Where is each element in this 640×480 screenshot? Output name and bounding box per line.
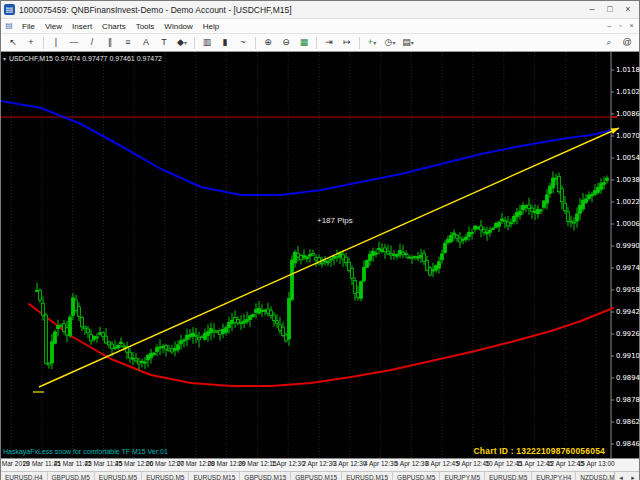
fibonacci-button[interactable]: ≡ <box>120 35 137 51</box>
one-click-trading-icon[interactable]: ▾ <box>3 55 6 62</box>
tab-eurjpy-m5[interactable]: EURJPY,M5 <box>440 472 485 480</box>
indicator-watermark: HaskayaFxLess snow for comfortable TF M1… <box>3 448 168 455</box>
candlestick-chart-button[interactable]: ▮ <box>217 35 234 51</box>
tab-nav: ◂▸ <box>614 472 639 480</box>
pips-annotation[interactable]: +187 Pips <box>317 216 353 225</box>
child-restore-button[interactable]: ▫ <box>615 21 626 32</box>
tab-gbpusd-m15[interactable]: GBPUSD,M15 <box>240 472 291 480</box>
chart-tabs: EURUSD,H4GBPUSD,M5EURUSD,M5EURUSD,M5EURU… <box>1 472 614 480</box>
text-button[interactable]: A <box>138 35 155 51</box>
chart-area: 1.011801.010201.008601.007001.005401.003… <box>1 52 639 458</box>
toolbar-separator <box>194 37 195 49</box>
menu-charts[interactable]: Charts <box>97 20 131 33</box>
line-chart-button[interactable]: ~ <box>235 35 252 51</box>
tab-eurusd-m5[interactable]: EURUSD,M5 <box>142 472 189 480</box>
periods-button[interactable]: ◷▾ <box>382 35 399 51</box>
time-axis[interactable]: 19 Mar 201920 Mar 11:4521 Mar 11:4522 Ma… <box>1 458 639 471</box>
lower-band-line <box>29 304 613 386</box>
menu-window[interactable]: Window <box>159 20 197 33</box>
window-controls: –□× <box>584 3 636 16</box>
time-label: 8 Apr 12:45 <box>426 460 459 467</box>
upper-band-line <box>1 101 613 195</box>
app-icon: ▤ <box>4 4 15 15</box>
zoom-in-button[interactable]: ⊕ <box>260 35 277 51</box>
tab-gbpusd-m15[interactable]: GBPUSD,M15 <box>291 472 342 480</box>
time-label: 3 Apr 12:30 <box>333 460 366 467</box>
menu-bar: ▤ FileViewInsertChartsToolsWindowHelp –▫… <box>1 19 639 34</box>
minimize-button[interactable]: – <box>584 3 600 16</box>
tab-eurusd-h4[interactable]: EURUSD,H4 <box>1 472 48 480</box>
menu-view[interactable]: View <box>40 20 67 33</box>
tab-eurusd-m15[interactable]: EURUSD,M15 <box>189 472 240 480</box>
chevron-down-icon: ▾ <box>184 40 187 46</box>
chart-canvas[interactable]: 1.011801.010201.008601.007001.005401.003… <box>1 52 640 458</box>
time-label: 4 Apr 12:30 <box>364 460 397 467</box>
price-axis[interactable] <box>610 52 639 458</box>
equidistant-channel-button[interactable]: ∥ <box>102 35 119 51</box>
toolbar-separator <box>316 37 317 49</box>
menu-insert[interactable]: Insert <box>67 20 97 33</box>
ohlc-label-row: ▾ USDCHF,M15 0.97474 0.97477 0.97461 0.9… <box>3 55 162 62</box>
community-icon[interactable]: @ <box>619 35 636 51</box>
menu-items: FileViewInsertChartsToolsWindowHelp <box>17 20 224 33</box>
chart-id-label: Chart ID : 132221098760056054 <box>473 446 605 456</box>
chevron-down-icon: ▾ <box>373 40 376 46</box>
bars-chart-button[interactable]: ▥ <box>199 35 216 51</box>
cursor-button[interactable]: ↖ <box>5 35 22 51</box>
toolbar-separator <box>255 37 256 49</box>
tab-gbpusd-m5[interactable]: GBPUSD,M5 <box>393 472 440 480</box>
arrows-button[interactable]: ◆▾ <box>174 35 191 51</box>
ohlc-label: USDCHF,M15 0.97474 0.97477 0.97461 0.974… <box>9 55 162 62</box>
tab-nzdusd-m5[interactable]: NZDUSD,M5 <box>576 472 614 480</box>
chart-shift-button[interactable]: ↦ <box>339 35 356 51</box>
zoom-out-button[interactable]: ⊖ <box>278 35 295 51</box>
chart-page-icon: ▤ <box>4 21 14 31</box>
tile-windows-button[interactable]: ▦ <box>296 35 313 51</box>
tab-eurusd-m5[interactable]: EURUSD,M5 <box>485 472 532 480</box>
trend-line-object[interactable] <box>39 128 619 387</box>
chevron-down-icon: ▾ <box>392 40 395 46</box>
tab-eurusd-m15[interactable]: EURUSD,M15 <box>342 472 393 480</box>
child-minimize-button[interactable]: – <box>604 21 615 32</box>
vertical-line-button[interactable]: | <box>48 35 65 51</box>
tab-eurusd-m5[interactable]: EURUSD,M5 <box>95 472 142 480</box>
chevron-down-icon: ▾ <box>411 40 414 46</box>
toolbar-right-buttons: ⌕@ <box>600 35 636 51</box>
search-icon[interactable]: ⌕ <box>601 35 618 51</box>
indicators-button[interactable]: +▾ <box>364 35 381 51</box>
child-window-controls: –▫× <box>604 21 637 32</box>
label-button[interactable]: T <box>156 35 173 51</box>
tab-gbpusd-m5[interactable]: GBPUSD,M5 <box>48 472 95 480</box>
time-label: 2 Apr 12:30 <box>302 460 335 467</box>
window-title: 1000075459: QNBFinansInvest-Demo - Demo … <box>19 5 584 15</box>
child-close-button[interactable]: × <box>626 21 637 32</box>
menu-help[interactable]: Help <box>198 20 224 33</box>
toolbar: ↖+|—/∥≡AT◆▾▥▮~⊕⊖▦⇥↦+▾◷▾▤▾ ⌕@ <box>1 34 639 52</box>
tabs-scroll-right[interactable]: ▸ <box>627 472 639 480</box>
close-button[interactable]: × <box>620 3 636 16</box>
menu-file[interactable]: File <box>17 20 40 33</box>
time-label: 1 Apr 12:30 <box>272 460 305 467</box>
tabs-scroll-left[interactable]: ◂ <box>615 472 627 480</box>
trend-line-button[interactable]: / <box>84 35 101 51</box>
menu-tools[interactable]: Tools <box>131 20 160 33</box>
templates-button[interactable]: ▤▾ <box>400 35 417 51</box>
app-window: ▤ 1000075459: QNBFinansInvest-Demo - Dem… <box>0 0 640 480</box>
toolbar-separator <box>43 37 44 49</box>
crosshair-button[interactable]: + <box>23 35 40 51</box>
time-label: 5 Apr 12:30 <box>395 460 428 467</box>
tab-bar: EURUSD,H4GBPUSD,M5EURUSD,M5EURUSD,M5EURU… <box>1 471 639 480</box>
maximize-button[interactable]: □ <box>602 3 618 16</box>
title-bar: ▤ 1000075459: QNBFinansInvest-Demo - Dem… <box>1 1 639 19</box>
tab-eurjpy-h4[interactable]: EURJPY,H4 <box>532 472 576 480</box>
toolbar-buttons: ↖+|—/∥≡AT◆▾▥▮~⊕⊖▦⇥↦+▾◷▾▤▾ <box>4 35 417 51</box>
candles <box>36 172 609 371</box>
auto-scroll-button[interactable]: ⇥ <box>321 35 338 51</box>
horizontal-line-button[interactable]: — <box>66 35 83 51</box>
time-label: 15 Apr 13:00 <box>578 460 615 467</box>
toolbar-separator <box>359 37 360 49</box>
